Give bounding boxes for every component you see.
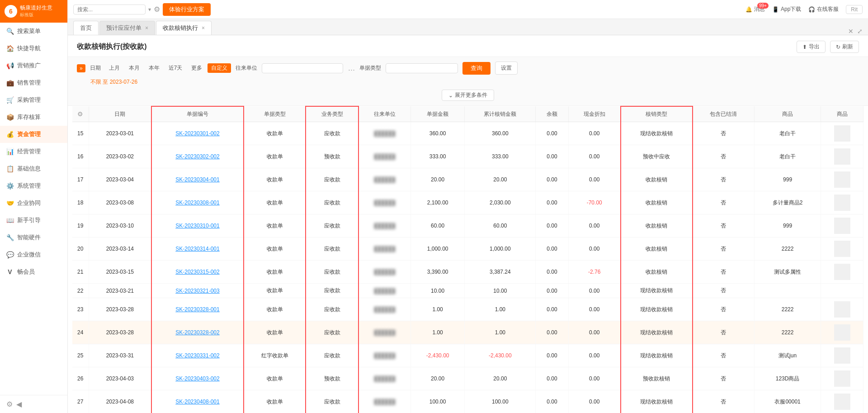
cell-product2 xyxy=(821,191,863,214)
cell-discount: 0.00 xyxy=(568,168,621,191)
sidebar-item-hardware[interactable]: 🔧 智能硬件 xyxy=(0,229,67,246)
table-row: 24 2023-03-28 SK-20230328-002 收款单 应收款 ██… xyxy=(72,321,863,344)
this-year-btn[interactable]: 本年 xyxy=(145,63,163,73)
tab-verify-close-icon[interactable]: × xyxy=(202,25,205,31)
expand-more-conditions-btn[interactable]: ⌄ 展开更多条件 xyxy=(442,90,494,101)
sidebar-item-search[interactable]: 🔍 搜索菜单 xyxy=(0,23,67,40)
cell-included: 否 xyxy=(693,321,755,344)
tabs-bar: 首页 预计应应付单 × 收款核销执行 × ✕ ⤢ xyxy=(68,19,868,35)
cell-product2 xyxy=(821,390,863,413)
doc-type-label: 单据类型 xyxy=(359,64,381,72)
doc-type-select[interactable] xyxy=(386,63,458,73)
refresh-button[interactable]: ↻ 刷新 xyxy=(830,41,859,53)
page-title: 收款核销执行(按收款) xyxy=(77,42,147,52)
sidebar-item-inventory[interactable]: 📦 库存核算 xyxy=(0,109,67,126)
cell-doc-type: 收款单 xyxy=(244,122,306,145)
tab-home[interactable]: 首页 xyxy=(73,21,99,35)
cell-doc-type: 收款单 xyxy=(244,168,306,191)
user-info[interactable]: Rit xyxy=(846,5,863,14)
chart-icon: 📊 xyxy=(6,148,14,155)
cell-balance: 0.00 xyxy=(536,145,568,168)
cell-num: 19 xyxy=(72,214,89,237)
sidebar-item-sales[interactable]: 💼 销售管理 xyxy=(0,74,67,91)
solution-button[interactable]: 体验行业方案 xyxy=(163,3,211,16)
filter-collapse-icon[interactable]: » xyxy=(77,64,85,72)
partner-input[interactable] xyxy=(262,63,343,73)
cell-doc-type: 收款单 xyxy=(244,237,306,261)
bell-icon: 🔔 xyxy=(745,6,752,13)
cell-partner: ██████ xyxy=(359,191,411,214)
sidebar-item-label: 智能硬件 xyxy=(17,233,41,242)
cell-balance: 0.00 xyxy=(536,367,568,390)
tab-verify[interactable]: 收款核销执行 × xyxy=(156,21,212,35)
app-download-link[interactable]: 📱 App下载 xyxy=(772,5,801,13)
member-icon: V xyxy=(6,268,14,275)
cell-num: 21 xyxy=(72,261,89,284)
more-date-btn[interactable]: 更多 xyxy=(188,63,206,73)
cell-num: 22 xyxy=(72,284,89,298)
sidebar-item-guide[interactable]: 📖 新手引导 xyxy=(0,212,67,229)
cell-verified: 1,000.00 xyxy=(465,237,536,261)
topbar: ▾ ⚙ 体验行业方案 🔔 消息 99+ 📱 App下载 🎧 在线客服 Rit xyxy=(68,0,868,19)
last-7-days-btn[interactable]: 近7天 xyxy=(165,63,186,73)
cell-amount: 60.00 xyxy=(410,214,464,237)
settings-bottom-icon[interactable]: ⚙ xyxy=(6,400,13,408)
sales-icon: 💼 xyxy=(6,79,14,86)
cell-verified: 20.00 xyxy=(465,168,536,191)
last-month-btn[interactable]: 上月 xyxy=(105,63,123,73)
sidebar-item-wechat[interactable]: 💬 企业微信 xyxy=(0,246,67,263)
filter-more-icon[interactable]: … xyxy=(348,64,355,72)
cell-product1: 2222 xyxy=(754,298,821,321)
sidebar-item-finance[interactable]: 💰 资金管理 xyxy=(0,126,67,143)
cell-verified: 10.00 xyxy=(465,284,536,298)
collapse-icon[interactable]: ◀ xyxy=(16,400,22,408)
tab-prepay[interactable]: 预计应应付单 × xyxy=(99,21,155,35)
app-version: 标推版 xyxy=(20,12,52,18)
export-icon: ⬆ xyxy=(802,44,807,50)
cell-verified: -2,430.00 xyxy=(465,344,536,367)
page-header: 收款核销执行(按收款) ⬆ 导出 ↻ 刷新 xyxy=(68,35,868,57)
col-header-product2: 商品 xyxy=(821,106,863,122)
col-header-verify-type: 核销类型 xyxy=(621,106,693,122)
col-header-partner: 往来单位 xyxy=(359,106,411,122)
cell-included: 否 xyxy=(693,145,755,168)
sidebar-item-basic-info[interactable]: 📋 基础信息 xyxy=(0,160,67,177)
custom-date-btn[interactable]: 自定义 xyxy=(208,63,231,73)
sidebar-item-member[interactable]: V 畅会员 xyxy=(0,263,67,280)
col-header-biz-type: 业务类型 xyxy=(306,106,358,122)
chevron-down-icon[interactable]: ▾ xyxy=(148,6,151,13)
cell-date: 2023-03-15 xyxy=(89,261,151,284)
online-service-link[interactable]: 🎧 在线客服 xyxy=(808,5,839,13)
tab-close-all-icon[interactable]: ✕ xyxy=(848,28,854,35)
sidebar-item-enterprise[interactable]: 🤝 企业协同 xyxy=(0,195,67,212)
sidebar-item-marketing[interactable]: 📢 营销推广 xyxy=(0,57,67,74)
cell-verified: 1.00 xyxy=(465,298,536,321)
tab-prepay-close-icon[interactable]: × xyxy=(145,25,148,31)
table-container[interactable]: ⚙ 日期 单据编号 单据类型 业务类型 往来单位 单据金额 累计核销金额 余额 … xyxy=(68,106,868,413)
setting-button[interactable]: 设置 xyxy=(495,62,518,75)
this-month-btn[interactable]: 本月 xyxy=(125,63,143,73)
col-header-settings[interactable]: ⚙ xyxy=(72,106,89,122)
cell-verify-type: 现结收款核销 xyxy=(621,298,693,321)
table-row: 27 2023-04-08 SK-20230408-001 收款单 应收款 ██… xyxy=(72,390,863,413)
cell-product2 xyxy=(821,284,863,298)
sidebar-item-quicknav[interactable]: 🏠 快捷导航 xyxy=(0,40,67,57)
cell-partner: ██████ xyxy=(359,122,411,145)
search-input[interactable] xyxy=(73,5,146,14)
table-row: 22 2023-03-21 SK-20230321-003 收款单 应收款 ██… xyxy=(72,284,863,298)
sidebar-item-system[interactable]: ⚙️ 系统管理 xyxy=(0,177,67,195)
topbar-gear-icon[interactable]: ⚙ xyxy=(154,5,160,14)
table-settings-icon[interactable]: ⚙ xyxy=(77,110,83,118)
date-range-display: 不限 至 2023-07-26 xyxy=(90,78,137,86)
sidebar-item-purchase[interactable]: 🛒 采购管理 xyxy=(0,91,67,109)
sidebar-bottom: ⚙ ◀ xyxy=(0,395,67,413)
cell-date: 2023-03-08 xyxy=(89,191,151,214)
cell-doc-no: SK-20230310-001 xyxy=(151,214,244,237)
sidebar: 6 畅康道好生意 标推版 🔍 搜索菜单 🏠 快捷导航 📢 营销推广 💼 销售管理… xyxy=(0,0,68,413)
export-button[interactable]: ⬆ 导出 xyxy=(797,41,826,53)
cell-biz-type: 应收款 xyxy=(306,261,358,284)
tab-expand-icon[interactable]: ⤢ xyxy=(857,28,863,35)
query-button[interactable]: 查询 xyxy=(462,62,491,75)
sidebar-item-operations[interactable]: 📊 经营管理 xyxy=(0,143,67,160)
messages-badge[interactable]: 🔔 消息 99+ xyxy=(745,5,765,13)
